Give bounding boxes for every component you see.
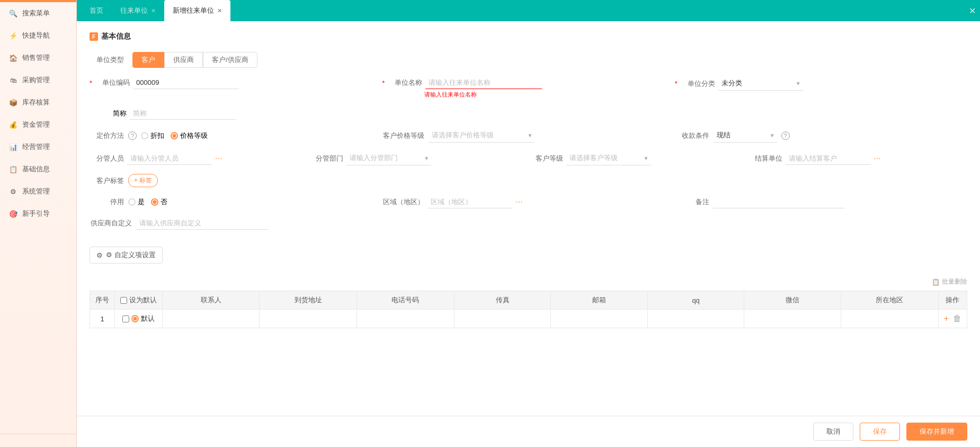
tab-close-new-trading-partner[interactable]: ✕ <box>217 7 222 14</box>
settlement-unit-field: 结算单位 ··· <box>748 152 967 165</box>
cell-address[interactable] <box>260 310 357 328</box>
payment-terms-select[interactable]: 现结 ▼ <box>714 128 777 143</box>
cell-contact[interactable] <box>163 310 260 328</box>
manager-input[interactable] <box>127 152 212 165</box>
region-more-btn[interactable]: ··· <box>515 197 522 207</box>
phone-input[interactable] <box>362 315 449 323</box>
col-qq: qq <box>648 291 744 310</box>
cell-fax[interactable] <box>454 310 551 328</box>
department-field: 分管部门 请输入分管部门 ▼ <box>309 151 528 165</box>
cell-email[interactable] <box>551 310 648 328</box>
sidebar-item-quick-nav[interactable]: ⚡ 快捷导航 <box>0 24 76 47</box>
col-wechat: 微信 <box>744 291 841 310</box>
sidebar-item-inventory[interactable]: 📦 库存核算 <box>0 91 76 113</box>
pricing-level-radio[interactable]: 价格等级 <box>171 131 208 141</box>
cell-op: + 🗑 <box>938 310 967 328</box>
tab-new-trading-partner[interactable]: 新增往来单位 ✕ <box>164 0 230 21</box>
form-content: F 基本信息 单位类型 客户 供应商 客户/供应商 * 单位编码 * 单位名称 <box>77 21 980 416</box>
unit-code-field: * 单位编码 <box>90 76 382 89</box>
sidebar-item-basic-info[interactable]: 📋 基础信息 <box>0 158 76 180</box>
sidebar: 🔍 搜索菜单 ⚡ 快捷导航 🏠 销售管理 🛍 采购管理 📦 库存核算 💰 资金管… <box>0 0 77 447</box>
settlement-more-btn[interactable]: ··· <box>874 154 880 163</box>
customer-price-arrow: ▼ <box>527 133 532 138</box>
customer-level-field: 客户等级 请选择客户等级 ▼ <box>529 151 748 165</box>
contact-table-section: 📋 批量删除 序号 设为默认 联系人 到货 <box>90 277 967 328</box>
customer-price-select[interactable]: 请选择客户价格等级 ▼ <box>429 128 534 143</box>
unit-code-input[interactable] <box>133 76 239 89</box>
form-footer: 取消 保存 保存并新增 <box>77 416 980 447</box>
unit-type-btn-customer[interactable]: 客户 <box>132 52 164 68</box>
tab-trading-partners[interactable]: 往来单位 ✕ <box>112 0 164 21</box>
row-disabled-region-remark: 停用 是 否 区域（地区） ··· 备注 <box>90 196 967 208</box>
sidebar-item-search[interactable]: 🔍 搜索菜单 <box>0 2 76 24</box>
cell-qq[interactable] <box>648 310 744 328</box>
address-input[interactable] <box>265 315 351 323</box>
sidebar-bottom <box>0 434 76 447</box>
batch-delete-btn[interactable]: 📋 批量删除 <box>932 277 967 286</box>
customer-level-label: 客户等级 <box>529 154 563 163</box>
col-operations: 操作 <box>938 291 967 310</box>
pricing-radio-group: 折扣 价格等级 <box>141 131 208 141</box>
save-new-button[interactable]: 保存并新增 <box>906 423 967 441</box>
customer-level-select[interactable]: 请选择客户等级 ▼ <box>566 151 651 165</box>
row-delete-btn[interactable]: 🗑 <box>953 314 961 323</box>
settlement-label: 结算单位 <box>748 154 782 163</box>
disabled-no-radio[interactable]: 否 <box>151 197 167 207</box>
sidebar-item-new-user-guide[interactable]: 🎯 新手引导 <box>0 203 76 225</box>
cancel-button[interactable]: 取消 <box>813 423 853 441</box>
remark-input[interactable] <box>712 196 845 208</box>
payment-help-icon[interactable]: ? <box>781 132 790 140</box>
unit-category-select[interactable]: 未分类 ▼ <box>718 76 803 91</box>
tab-home[interactable]: 首页 <box>81 0 112 21</box>
col-region: 所在地区 <box>841 291 938 310</box>
unit-name-input[interactable] <box>425 76 542 89</box>
contact-table: 序号 设为默认 联系人 到货地址 电话号码 传真 邮箱 qq <box>90 291 967 328</box>
payment-terms-arrow: ▼ <box>770 133 775 138</box>
region-val-input[interactable] <box>847 315 933 323</box>
email-input[interactable] <box>556 315 642 323</box>
custom-settings-label: ⚙ 自定义项设置 <box>106 250 156 260</box>
custom-settings-button[interactable]: ⚙ ⚙ 自定义项设置 <box>90 247 163 264</box>
col-address: 到货地址 <box>260 291 357 310</box>
section-icon: F <box>90 32 98 41</box>
save-button[interactable]: 保存 <box>860 423 900 441</box>
fax-input[interactable] <box>460 315 546 323</box>
contact-input[interactable] <box>168 315 254 323</box>
add-tag-button[interactable]: + 标签 <box>128 174 158 187</box>
unit-type-label: 单位类型 <box>90 55 124 65</box>
main-close-button[interactable]: ✕ <box>969 6 976 16</box>
wechat-input[interactable] <box>750 315 835 323</box>
short-name-input[interactable] <box>130 107 236 120</box>
sidebar-item-system[interactable]: ⚙ 系统管理 <box>0 180 76 203</box>
cell-phone[interactable] <box>357 310 455 328</box>
cell-region-val[interactable] <box>841 310 938 328</box>
region-input[interactable] <box>427 196 512 208</box>
department-select[interactable]: 请输入分管部门 ▼ <box>346 151 431 165</box>
unit-type-btn-both[interactable]: 客户/供应商 <box>203 52 257 68</box>
sidebar-item-purchase[interactable]: 🛍 采购管理 <box>0 69 76 91</box>
row-default-radio[interactable]: 默认 <box>131 314 155 323</box>
unit-name-label: 单位名称 <box>388 78 422 87</box>
supplier-custom-input[interactable] <box>136 217 269 230</box>
qq-input[interactable] <box>653 315 738 323</box>
sidebar-item-operations[interactable]: 📊 经营管理 <box>0 136 76 158</box>
col-email: 邮箱 <box>551 291 648 310</box>
manager-more-btn[interactable]: ··· <box>215 154 222 163</box>
settlement-input[interactable] <box>786 152 870 165</box>
money-icon: 💰 <box>8 120 18 129</box>
batch-delete-icon: 📋 <box>932 278 940 286</box>
disabled-yes-radio[interactable]: 是 <box>128 197 145 207</box>
col-default-checkbox[interactable] <box>120 297 127 304</box>
sidebar-item-sales[interactable]: 🏠 销售管理 <box>0 47 76 69</box>
cell-wechat[interactable] <box>744 310 841 328</box>
tab-close-trading-partners[interactable]: ✕ <box>151 7 156 14</box>
unit-type-btn-supplier[interactable]: 供应商 <box>164 52 203 68</box>
bag-icon: 🛍 <box>8 75 18 85</box>
supplier-custom-label: 供应商自定义 <box>90 218 132 228</box>
pricing-discount-radio[interactable]: 折扣 <box>141 131 164 141</box>
row-add-btn[interactable]: + <box>944 314 949 323</box>
pricing-help-icon[interactable]: ? <box>128 132 137 140</box>
row-checkbox[interactable] <box>122 315 129 322</box>
sidebar-item-finance[interactable]: 💰 资金管理 <box>0 113 76 136</box>
lightning-icon: ⚡ <box>8 31 18 40</box>
